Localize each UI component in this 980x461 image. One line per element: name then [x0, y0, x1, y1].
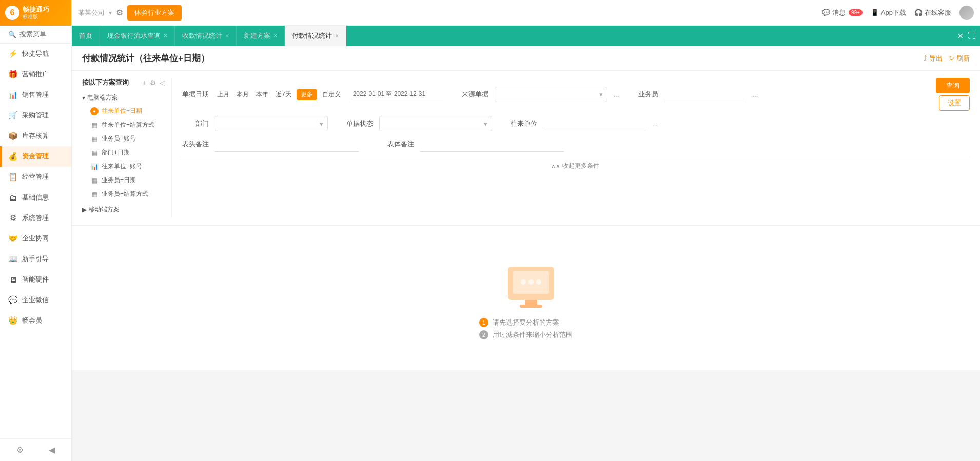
scheme-item-staff-account[interactable]: ▦ 业务员+账号: [82, 132, 165, 146]
tab-cash-flow[interactable]: 现金银行流水查询 ×: [100, 26, 175, 46]
app-name-block: 畅捷通巧 标准版: [23, 6, 49, 20]
table-body-note-input[interactable]: [420, 136, 564, 152]
sidebar-item-corp[interactable]: 🤝 企业协同: [0, 228, 71, 249]
this-year-btn[interactable]: 本年: [254, 89, 270, 100]
user-avatar[interactable]: [959, 6, 974, 20]
last-month-btn[interactable]: 上月: [215, 89, 231, 100]
scheme-item-dept-date[interactable]: ▦ 部门+日期: [82, 146, 165, 159]
doc-status-select[interactable]: ▾: [379, 116, 492, 131]
scheme-settings-btn[interactable]: ⚙: [150, 78, 156, 87]
refresh-btn[interactable]: ↻ 刷新: [949, 54, 970, 63]
page-header: 付款情况统计（往来单位+日期） ⤴ 导出 ↻ 刷新: [72, 46, 980, 71]
sidebar-item-quick-nav[interactable]: ⚡ 快捷导航: [0, 44, 71, 64]
tab-close-receipt-stats[interactable]: ×: [225, 32, 229, 39]
dept-select[interactable]: ▾: [215, 116, 328, 131]
trial-btn[interactable]: 体验行业方案: [127, 5, 182, 21]
filter-settings-btn[interactable]: 设置: [939, 95, 970, 111]
page-header-actions: ⤴ 导出 ↻ 刷新: [924, 54, 970, 63]
sidebar-item-guide[interactable]: 📖 新手引导: [0, 249, 71, 269]
sidebar-item-label: 系统管理: [22, 213, 49, 223]
app-download-btn[interactable]: 📱 App下载: [871, 8, 906, 17]
chevron-down-icon: ▾: [82, 94, 85, 102]
date-range-input[interactable]: [351, 90, 443, 99]
search-icon: 🔍: [8, 31, 16, 38]
desktop-schemes-title[interactable]: ▾ 电脑端方案: [82, 91, 165, 104]
scheme-item-staff-payment[interactable]: ▦ 业务员+结算方式: [82, 187, 165, 201]
source-doc-dots[interactable]: ...: [614, 91, 619, 98]
scheme-item-staff-date[interactable]: ▦ 业务员+日期: [82, 173, 165, 187]
page-title: 付款情况统计（往来单位+日期）: [82, 52, 209, 64]
active-scheme-icon: ●: [90, 107, 99, 115]
last-7-days-btn[interactable]: 近7天: [273, 89, 293, 100]
tab-close-new-scheme[interactable]: ×: [273, 32, 277, 39]
scheme-item-label: 部门+日期: [102, 148, 130, 157]
table-scheme-icon: ▦: [90, 121, 99, 129]
staff-dots[interactable]: ...: [753, 91, 758, 98]
app-download-label: App下载: [881, 8, 906, 17]
empty-state: 1 请先选择要分析的方案 2 用过滤条件来缩小分析范围: [72, 226, 980, 370]
scheme-item-unit-date[interactable]: ● 往来单位+日期: [82, 104, 165, 118]
table-header-note-input[interactable]: [215, 136, 359, 152]
custom-date-btn[interactable]: 自定义: [320, 89, 343, 100]
mobile-schemes-title[interactable]: ▶ 移动端方案: [82, 203, 165, 216]
tab-close-payment-stats[interactable]: ×: [335, 32, 339, 39]
doc-status-dropdown-arrow: ▾: [484, 120, 487, 128]
topbar-settings-icon[interactable]: ⚙: [116, 8, 123, 17]
tab-receipt-stats[interactable]: 收款情况统计 ×: [175, 26, 237, 46]
sidebar-item-inventory[interactable]: 📦 库存核算: [0, 126, 71, 146]
this-month-btn[interactable]: 本月: [234, 89, 251, 100]
sidebar-item-member[interactable]: 👑 畅会员: [0, 310, 71, 331]
partner-dots[interactable]: ...: [652, 120, 658, 128]
table-scheme-icon2: ▦: [90, 135, 99, 143]
company-dropdown-arrow[interactable]: ▾: [109, 9, 112, 16]
tip-text-2: 用过滤条件来缩小分析范围: [493, 330, 573, 339]
online-service-label: 在线客服: [925, 8, 951, 17]
sales-icon: 📊: [8, 90, 18, 100]
tab-new-scheme[interactable]: 新建方案 ×: [237, 26, 285, 46]
page-content: 付款情况统计（往来单位+日期） ⤴ 导出 ↻ 刷新 按以下方案查询 +: [72, 46, 980, 461]
collapse-scheme-panel-btn[interactable]: ◁: [160, 78, 165, 87]
export-label: 导出: [929, 54, 943, 63]
add-scheme-btn[interactable]: +: [143, 78, 147, 87]
scheme-item-unit-payment[interactable]: ▦ 往来单位+结算方式: [82, 118, 165, 132]
empty-tip-2: 2 用过滤条件来缩小分析范围: [479, 330, 573, 339]
scheme-item-label: 业务员+账号: [102, 134, 136, 143]
search-menu[interactable]: 🔍 搜索菜单: [0, 26, 71, 44]
tab-payment-stats[interactable]: 付款情况统计 ×: [285, 26, 346, 46]
sidebar-item-finance[interactable]: 💰 资金管理: [0, 146, 71, 167]
sidebar-item-system[interactable]: ⚙ 系统管理: [0, 208, 71, 228]
staff-input[interactable]: [664, 87, 747, 102]
sidebar-item-wechat[interactable]: 💬 企业微信: [0, 290, 71, 310]
tabbar-actions: ✕ ⛶: [957, 26, 980, 46]
close-all-tabs-btn[interactable]: ✕: [957, 31, 964, 41]
sidebar-item-marketing[interactable]: 🎁 营销推广: [0, 64, 71, 85]
date-btn-group: 上月 本月 本年 近7天 更多 自定义: [215, 89, 343, 100]
source-doc-select[interactable]: ▾: [495, 87, 607, 102]
svg-point-5: [528, 279, 534, 285]
sidebar-item-label: 经营管理: [22, 172, 49, 182]
messages-btn[interactable]: 💬 消息 99+: [822, 8, 863, 17]
partner-input[interactable]: [543, 116, 646, 131]
sidebar-item-hardware[interactable]: 🖥 智能硬件: [0, 269, 71, 290]
tab-close-cash-flow[interactable]: ×: [164, 32, 167, 39]
tab-home[interactable]: 首页: [72, 26, 100, 46]
filter-area: 按以下方案查询 + ⚙ ◁ ▾ 电脑端方案 ● 往来单位+日期: [72, 71, 980, 226]
scheme-panel-title: 按以下方案查询: [82, 78, 129, 87]
payment-stats-tab-label: 付款情况统计: [292, 31, 332, 41]
sidebar-item-sales[interactable]: 📊 销售管理: [0, 85, 71, 105]
query-btn[interactable]: 查询: [936, 78, 970, 93]
collapse-filter-btn[interactable]: ∧∧ 收起更多条件: [180, 157, 970, 172]
online-service-btn[interactable]: 🎧 在线客服: [914, 8, 951, 17]
export-btn[interactable]: ⤴ 导出: [924, 54, 943, 63]
scheme-item-unit-account[interactable]: 📊 往来单位+账号: [82, 159, 165, 173]
sidebar-item-operations[interactable]: 📋 经营管理: [0, 167, 71, 187]
search-menu-label: 搜索菜单: [19, 30, 46, 39]
sidebar-item-basic-info[interactable]: 🗂 基础信息: [0, 187, 71, 208]
topbar: 某某公司 ▾ ⚙ 体验行业方案 💬 消息 99+ 📱 App下载 🎧 在线客服: [72, 0, 980, 26]
sidebar-item-purchase[interactable]: 🛒 采购管理: [0, 105, 71, 126]
receipt-stats-tab-label: 收款情况统计: [182, 31, 222, 41]
settings-footer-btn[interactable]: ⚙: [14, 443, 26, 457]
collapse-sidebar-btn[interactable]: ◀: [47, 443, 57, 457]
expand-tabs-btn[interactable]: ⛶: [968, 31, 976, 41]
more-date-btn[interactable]: 更多: [297, 89, 317, 100]
